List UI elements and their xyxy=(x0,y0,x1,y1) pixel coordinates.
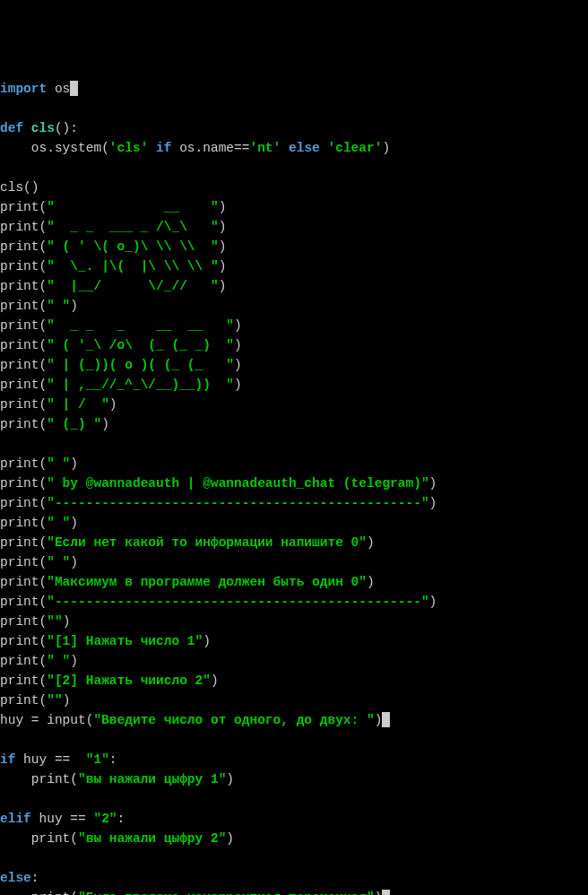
text xyxy=(0,891,31,895)
string: " ( '_\ /o\ (_ (_ _) " xyxy=(47,338,234,352)
text: ) xyxy=(234,378,242,392)
code-line: print("") xyxy=(0,612,588,631)
code-line xyxy=(0,99,588,118)
code-line: print("---------------------------------… xyxy=(0,592,588,612)
code-editor[interactable]: import osdef cls(): os.system('cls' if o… xyxy=(0,79,588,895)
text: os.system( xyxy=(31,141,109,155)
code-line: print("вы нажали цыфру 2") xyxy=(0,829,588,848)
code-line: huy = input("Введите число от одного, до… xyxy=(0,710,588,730)
text xyxy=(281,141,289,155)
text: print( xyxy=(0,496,47,510)
text: huy == xyxy=(15,752,85,767)
code-line: print(" \_. |\( |\ \\ \\ ") xyxy=(0,256,588,276)
text xyxy=(0,831,31,846)
keyword: else xyxy=(0,871,31,885)
text: print( xyxy=(0,673,47,688)
text: ) xyxy=(219,259,227,274)
text: print( xyxy=(0,634,47,648)
string: " | (_))( o )( (_ (_ " xyxy=(47,358,234,372)
string: " (_) " xyxy=(47,417,101,431)
code-line: print(" ") xyxy=(0,513,588,533)
string: " by @wannadeauth | @wannadeauth_chat (t… xyxy=(47,476,428,491)
code-line xyxy=(0,848,588,868)
text: ) xyxy=(382,141,390,155)
text: print( xyxy=(31,831,78,846)
text: print( xyxy=(0,575,47,589)
cursor xyxy=(382,712,390,727)
text: ) xyxy=(70,555,78,569)
text: os.name== xyxy=(171,141,249,155)
text: ) xyxy=(219,279,227,293)
code-line: print(" | (_))( o )( (_ (_ ") xyxy=(0,355,588,375)
text: print( xyxy=(0,200,47,214)
text: print( xyxy=(0,417,47,431)
text: (): xyxy=(55,121,78,135)
string: "вы нажали цыфру 2" xyxy=(78,831,226,846)
text: ) xyxy=(226,772,234,786)
string: " | ,__//_^_\/__)__)) " xyxy=(47,378,234,392)
string: " " xyxy=(47,516,70,530)
code-line: print("---------------------------------… xyxy=(0,493,588,513)
string: "---------------------------------------… xyxy=(47,496,428,510)
text: print( xyxy=(31,891,78,895)
code-line: print(" __ ") xyxy=(0,197,588,217)
text: ) xyxy=(211,673,219,688)
string: 'nt' xyxy=(249,141,281,155)
string: " " xyxy=(47,456,70,471)
code-line: print(" ( '_\ /o\ (_ (_ _) ") xyxy=(0,335,588,355)
text: huy = input( xyxy=(0,713,93,727)
text: print( xyxy=(0,358,47,372)
code-line: print(" ") xyxy=(0,296,588,316)
string: "Максимум в программе должен быть один 0… xyxy=(47,575,367,589)
function-name: cls xyxy=(23,121,55,135)
text xyxy=(320,141,328,155)
code-line: print(" ") xyxy=(0,552,588,572)
text: ) xyxy=(234,358,242,372)
code-line: print(" | ,__//_^_\/__)__)) ") xyxy=(0,375,588,395)
string: " \_. |\( |\ \\ \\ " xyxy=(47,259,218,274)
string: " " xyxy=(47,654,70,668)
text: ) xyxy=(219,220,227,234)
text: print( xyxy=(0,239,47,254)
text: print( xyxy=(0,693,47,708)
code-line: print(" |__/ \/_// ") xyxy=(0,276,588,296)
code-line: print("[1] Нажать число 1") xyxy=(0,631,588,651)
text: ) xyxy=(219,200,227,214)
text: : xyxy=(31,871,39,885)
string: "[2] Нажать чиисло 2" xyxy=(47,673,211,688)
keyword: elif xyxy=(0,812,31,826)
module: os xyxy=(47,82,70,96)
string: "" xyxy=(47,693,62,708)
text: ) xyxy=(63,693,71,708)
text: print( xyxy=(0,397,47,412)
text: ) xyxy=(429,476,437,491)
keyword: else xyxy=(289,141,320,155)
text: cls() xyxy=(0,180,39,195)
string: "Введите число от одного, до двух: " xyxy=(93,713,374,727)
text: print( xyxy=(0,318,47,333)
text: ) xyxy=(234,318,242,333)
code-line: print("Была введена некорректная перемен… xyxy=(0,888,588,895)
string: "Если нет какой то информации напишите 0… xyxy=(47,535,367,550)
text: ) xyxy=(234,338,242,352)
code-line: print("[2] Нажать чиисло 2") xyxy=(0,671,588,691)
text: ) xyxy=(429,496,437,510)
text: ) xyxy=(203,634,211,648)
keyword: if xyxy=(0,752,15,767)
cursor xyxy=(70,81,78,96)
string: " _ _ _ __ __ " xyxy=(47,318,234,333)
string: " |__/ \/_// " xyxy=(47,279,218,293)
code-line xyxy=(0,158,588,178)
code-line: elif huy == "2": xyxy=(0,809,588,829)
text: ) xyxy=(101,417,109,431)
text: print( xyxy=(0,299,47,313)
cursor xyxy=(382,890,390,895)
code-line: print("Максимум в программе должен быть … xyxy=(0,572,588,592)
code-line: cls() xyxy=(0,178,588,197)
text: print( xyxy=(0,614,47,629)
text: print( xyxy=(0,378,47,392)
string: 'cls' xyxy=(109,141,149,155)
text: ) xyxy=(70,299,78,313)
text xyxy=(0,141,31,155)
string: " " xyxy=(47,299,70,313)
